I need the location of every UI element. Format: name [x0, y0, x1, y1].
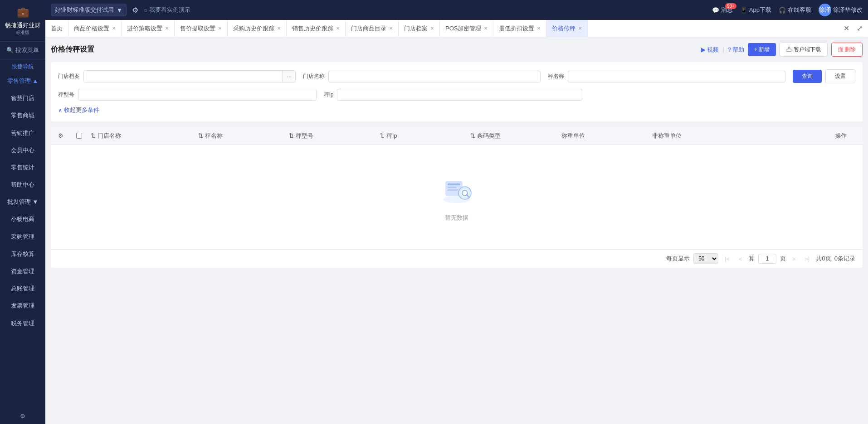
- video-link[interactable]: ▶ 视频: [701, 46, 719, 54]
- tab-home[interactable]: 首页: [45, 20, 68, 37]
- tab-pos-manage[interactable]: POS加密管理 ✕: [440, 20, 493, 37]
- sidebar-item-ledger-label: 总账管理: [11, 285, 34, 292]
- tab-purchase-strategy-label: 进价策略设置: [127, 24, 162, 33]
- th-model-sort-icon[interactable]: ⇅: [289, 132, 294, 139]
- sidebar-item-retail-stat-label: 零售统计: [11, 164, 34, 171]
- sidebar-item-ledger[interactable]: 总账管理: [0, 280, 45, 297]
- filter-model-input[interactable]: [78, 89, 317, 101]
- topbar-settings-btn[interactable]: ⚙: [132, 6, 138, 14]
- tab-sale-history[interactable]: 销售历史价跟踪 ✕: [287, 20, 346, 37]
- select-all-checkbox[interactable]: [76, 133, 82, 139]
- messages-btn[interactable]: 💬 消息 99+: [712, 6, 733, 14]
- tab-sale-pickup-label: 售价提取设置: [180, 24, 215, 33]
- demo-text: 我要看实例演示: [149, 6, 190, 14]
- tab-sale-pickup[interactable]: 售价提取设置 ✕: [175, 20, 228, 37]
- set-button[interactable]: 设置: [825, 69, 855, 83]
- tabs-expand-btn[interactable]: ⤢: [855, 22, 864, 34]
- filter-scale-ip-input[interactable]: [337, 89, 582, 101]
- topbar-demo-btn[interactable]: ○ 我要看实例演示: [144, 6, 190, 14]
- collapse-button[interactable]: ∧ 收起更多条件: [58, 106, 855, 114]
- sidebar-item-wholesale[interactable]: 批发管理 ▼: [0, 193, 45, 211]
- app-download-btn[interactable]: 📱 App下载: [740, 6, 771, 14]
- tab-price-transfer[interactable]: 价格传秤 ✕: [546, 20, 588, 37]
- tab-purchase-history[interactable]: 采购历史价跟踪 ✕: [228, 20, 287, 37]
- tab-close-sale-history[interactable]: ✕: [336, 26, 340, 31]
- add-button[interactable]: + 新增: [748, 43, 776, 56]
- tab-close-min-discount[interactable]: ✕: [537, 26, 541, 31]
- last-page-btn[interactable]: >|: [802, 254, 812, 264]
- sidebar-item-retail-label: 零售管理: [7, 77, 31, 85]
- sidebar-item-xc-ecom[interactable]: 小畅电商: [0, 211, 45, 228]
- sidebar-item-tax[interactable]: 税务管理: [0, 315, 45, 332]
- tab-close-purchase-history[interactable]: ✕: [277, 26, 281, 31]
- online-service-btn[interactable]: 🎧 在线客服: [779, 6, 811, 14]
- user-btn[interactable]: 徐泽 徐泽华修改: [819, 4, 863, 16]
- tab-close-purchase-strategy[interactable]: ✕: [165, 26, 169, 31]
- tab-store-profile[interactable]: 门店档案 ✕: [399, 20, 440, 37]
- sidebar-item-help-label: 帮助中心: [11, 181, 34, 188]
- th-barcode-sort-icon[interactable]: ⇅: [470, 132, 475, 139]
- tab-min-discount[interactable]: 最低折扣设置 ✕: [493, 20, 546, 37]
- tab-close-price-setting[interactable]: ✕: [112, 26, 116, 31]
- sidebar-settings-btn[interactable]: ⚙: [0, 408, 45, 424]
- empty-text: 暂无数据: [445, 214, 468, 222]
- sidebar-item-retail-stat[interactable]: 零售统计: [0, 159, 45, 176]
- th-non-weight: 非称重单位: [649, 132, 823, 140]
- filter-store-input[interactable]: [84, 71, 283, 82]
- filter-scale-ip: 秤ip: [324, 89, 582, 101]
- th-ip-sort-icon[interactable]: ⇅: [380, 132, 385, 139]
- sidebar-item-help[interactable]: 帮助中心: [0, 176, 45, 193]
- sidebar-item-inventory[interactable]: 库存核算: [0, 246, 45, 263]
- tab-price-setting[interactable]: 商品价格设置 ✕: [68, 20, 122, 37]
- th-weight-unit: 称重单位: [558, 132, 649, 140]
- th-settings[interactable]: ⚙: [54, 132, 71, 139]
- page-actions: ▶ 视频 | ? 帮助 + 新增 凸 客户端下载 面 删除: [701, 43, 863, 57]
- tab-close-price-transfer[interactable]: ✕: [578, 26, 582, 31]
- tab-store-profile-label: 门店档案: [404, 24, 428, 33]
- filter-scale-ip-label: 秤ip: [324, 91, 333, 99]
- th-checkbox[interactable]: [71, 133, 87, 139]
- filter-store-name-input[interactable]: [328, 71, 541, 82]
- filter-scale-name-input[interactable]: [568, 71, 785, 82]
- table-container: ⚙ ⇅ 门店名称 ⇅ 秤名称 ⇅ 秤型号 ⇅: [51, 127, 863, 268]
- help-link[interactable]: ? 帮助: [728, 46, 744, 54]
- sidebar-item-retail[interactable]: 零售管理 ▲: [0, 72, 45, 90]
- filter-store-dots[interactable]: ···: [283, 71, 295, 82]
- sidebar-search[interactable]: 🔍 搜索菜单: [0, 42, 45, 59]
- tab-close-store-catalog[interactable]: ✕: [389, 26, 393, 31]
- next-page-btn[interactable]: >: [790, 254, 799, 264]
- sidebar-item-smart-store[interactable]: 智慧门店: [0, 90, 45, 107]
- sidebar-item-invoice[interactable]: 发票管理: [0, 297, 45, 314]
- plan-name: 好业财标准版交付试用: [55, 6, 114, 14]
- query-button[interactable]: 查询: [793, 70, 822, 83]
- download-button[interactable]: 凸 客户端下载: [780, 43, 827, 57]
- first-page-btn[interactable]: |<: [722, 254, 732, 264]
- svg-rect-2: [448, 183, 460, 185]
- sidebar-item-purchase[interactable]: 采购管理: [0, 228, 45, 246]
- tab-store-catalog[interactable]: 门店商品目录 ✕: [346, 20, 399, 37]
- sidebar-item-member[interactable]: 会员中心: [0, 142, 45, 159]
- tab-close-store-profile[interactable]: ✕: [430, 26, 434, 31]
- sidebar-item-retail-mall[interactable]: 零售商城: [0, 107, 45, 124]
- sidebar-item-fund[interactable]: 资金管理: [0, 263, 45, 280]
- tab-close-pos-manage[interactable]: ✕: [484, 26, 488, 31]
- filter-store-name-label: 门店名称: [303, 72, 325, 80]
- tab-close-sale-pickup[interactable]: ✕: [218, 26, 222, 31]
- prev-page-btn[interactable]: <: [736, 254, 745, 264]
- topbar: 好业财标准版交付试用 ▼ ⚙ ○ 我要看实例演示 💬 消息 99+ 📱 App下…: [45, 0, 868, 20]
- page-number-input[interactable]: [758, 254, 776, 264]
- delete-button[interactable]: 面 删除: [831, 43, 863, 57]
- topbar-right: 💬 消息 99+ 📱 App下载 🎧 在线客服 徐泽 徐泽华修改: [712, 4, 863, 16]
- th-scale-name-sort-icon[interactable]: ⇅: [198, 132, 203, 139]
- sidebar-item-marketing[interactable]: 营销推广: [0, 125, 45, 142]
- filter-collapse-row: ∧ 收起更多条件: [58, 106, 855, 114]
- empty-state: 暂无数据: [51, 145, 863, 249]
- tabs-close-btn[interactable]: ✕: [842, 22, 851, 34]
- sidebar-item-purchase-label: 采购管理: [11, 233, 34, 240]
- tab-purchase-strategy[interactable]: 进价策略设置 ✕: [122, 20, 175, 37]
- tab-price-transfer-label: 价格传秤: [552, 24, 575, 33]
- page-size-select[interactable]: 10 20 50 100: [693, 253, 718, 264]
- th-store-name-sort-icon[interactable]: ⇅: [91, 132, 96, 139]
- plan-selector[interactable]: 好业财标准版交付试用 ▼: [51, 4, 127, 16]
- pagination: 每页显示 10 20 50 100 |< < 算 页 > >| 共0页, 0条记…: [51, 249, 863, 268]
